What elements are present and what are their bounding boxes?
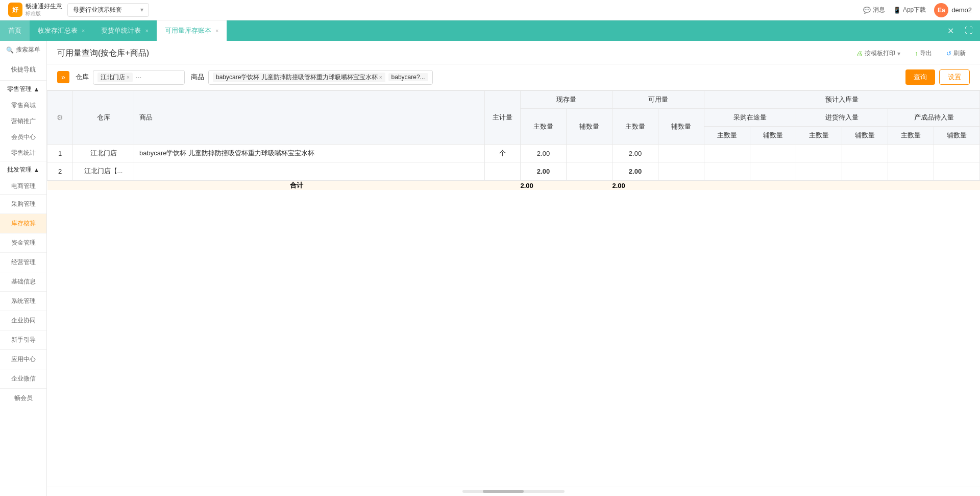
row2-product [134,162,485,181]
th-purchase-main: 主数量 [704,127,750,145]
logo-area: 好 畅捷通好生意 标准版 [8,3,62,17]
th-purchase-on-way: 采购在途量 [704,109,796,127]
warehouse-filter[interactable]: 江北门店 × ··· [93,70,185,85]
page-header: 可用量查询(按仓库+商品) 🖨 按模板打印 ▾ ↑ 导出 ↺ 刷新 [47,41,980,64]
sidebar-item-newbie[interactable]: 新手引导 [0,330,46,350]
sidebar-search[interactable]: 🔍 搜索菜单 [0,41,46,59]
th-forecast-group: 预计入库量 [704,91,980,109]
sidebar-item-marketing[interactable]: 营销推广 [0,113,46,129]
sidebar-section-retail-title[interactable]: 零售管理 ▲ [0,81,46,98]
message-label: 消息 [873,6,885,14]
row1-warehouse: 江北门店 [73,145,134,162]
tab-orders[interactable]: 要货单统计表 × [93,20,156,41]
sidebar-item-basic[interactable]: 基础信息 [0,272,46,292]
sidebar-item-appstore[interactable]: 应用中心 [0,350,46,369]
warehouse-filter-dots: ··· [136,73,142,81]
sidebar-item-operations[interactable]: 经营管理 [0,253,46,272]
row2-incoming-aux [842,162,888,181]
row1-index: 1 [47,145,73,162]
th-incoming-aux: 辅数量 [842,127,888,145]
product-tag-2: babycare?... [388,73,428,81]
row2-purchase-aux [750,162,796,181]
gear-button[interactable]: ⚙ [57,113,63,122]
th-avail-aux: 辅数量 [658,109,704,145]
sidebar-item-stock[interactable]: 库存核算 [0,214,46,233]
summary-avail-main: 2.00 [612,180,658,190]
retail-label: 零售管理 [7,85,32,93]
app-download-btn[interactable]: 📱 App下载 [893,6,926,14]
top-bar-right: 💬 消息 📱 App下载 Ea demo2 [863,3,972,17]
product-tag-1-close[interactable]: × [379,75,382,80]
row2-avail-aux [658,162,704,181]
tenant-selector[interactable]: 母婴行业演示账套 ▾ [67,3,149,17]
sidebar-item-member-center[interactable]: 会员中心 [0,129,46,145]
export-btn[interactable]: ↑ 导出 [911,47,936,60]
scrollbar-thumb[interactable] [483,490,524,493]
filter-bar: » 仓库 江北门店 × ··· 商品 babycare学饮杯 儿童防摔防撞吸管杯… [47,64,980,90]
header-actions: 🖨 按模板打印 ▾ ↑ 导出 ↺ 刷新 [852,47,970,60]
tab-home[interactable]: 首页 [0,20,30,41]
sidebar-item-system[interactable]: 系统管理 [0,292,46,311]
tab-inventory[interactable]: 可用量库存账本 × [157,20,227,41]
filter-expand-btn[interactable]: » [57,71,69,83]
sidebar-item-member[interactable]: 畅会员 [0,389,46,408]
product-filter[interactable]: babycare学饮杯 儿童防摔防撞吸管杯重力球吸嘴杯宝宝水杯 × babyca… [208,70,433,85]
sidebar-section-wholesale-title[interactable]: 批发管理 ▲ [0,161,46,178]
message-btn[interactable]: 💬 消息 [863,6,885,14]
table-row: 2 江北门店【... 2.00 2.00 [47,162,980,181]
logo-text-block: 畅捷通好生意 标准版 [26,3,62,17]
sidebar-item-retail-stats[interactable]: 零售统计 [0,145,46,161]
row2-stock-aux [567,162,612,181]
refresh-btn[interactable]: ↺ 刷新 [942,47,970,60]
scrollbar-track[interactable] [462,490,565,493]
row2-finished-aux [934,162,980,181]
sidebar-item-wechat[interactable]: 企业微信 [0,369,46,389]
summary-stock-aux [567,180,612,190]
sidebar-item-ecommerce[interactable]: 电商管理 [0,178,46,194]
sidebar-item-enterprise[interactable]: 企业协同 [0,311,46,330]
user-area[interactable]: Ea demo2 [934,3,972,17]
top-bar: 好 畅捷通好生意 标准版 母婴行业演示账套 ▾ 💬 消息 📱 App下载 Ea … [0,0,980,20]
th-avail-main: 主数量 [612,109,658,145]
summary-f-aux [934,180,980,190]
settings-btn[interactable]: 设置 [939,69,970,85]
sidebar: 🔍 搜索菜单 快捷导航 零售管理 ▲ 零售商城 营销推广 会员中心 零售统计 批… [0,41,47,496]
sidebar-section-retail: 零售管理 ▲ 零售商城 营销推广 会员中心 零售统计 [0,81,46,161]
maximize-btn[interactable]: ⛶ [962,23,976,38]
row1-avail-main: 2.00 [612,145,658,162]
sidebar-section-wholesale: 批发管理 ▲ 电商管理 [0,161,46,195]
warehouse-tag-close[interactable]: × [127,75,130,80]
refresh-icon: ↺ [946,50,951,57]
sidebar-item-retail-mall[interactable]: 零售商城 [0,98,46,113]
query-btn[interactable]: 查询 [905,69,935,85]
tenant-dropdown-icon: ▾ [140,6,143,13]
product-tag-1-label: babycare学饮杯 儿童防摔防撞吸管杯重力球吸嘴杯宝宝水杯 [216,73,378,82]
row1-unit: 个 [485,145,521,162]
row2-incoming-main [796,162,842,181]
logo-sub: 标准版 [26,10,62,17]
tab-receipts[interactable]: 收发存汇总表 × [30,20,93,41]
product-tag-1: babycare学饮杯 儿童防摔防撞吸管杯重力球吸嘴杯宝宝水杯 × [213,73,385,82]
table-wrapper: ⚙ 仓库 商品 主计量 现存量 可用量 预计入库量 主数量 辅数量 主数量 辅数… [47,90,980,486]
summary-p-aux [750,180,796,190]
sidebar-item-quick-nav[interactable]: 快捷导航 [0,61,46,78]
app-download-icon: 📱 [893,7,901,14]
sidebar-item-finance[interactable]: 资金管理 [0,233,46,253]
summary-p-main [704,180,750,190]
th-incoming-pending: 进货待入量 [796,109,888,127]
refresh-label: 刷新 [953,49,966,58]
tab-receipts-close[interactable]: × [82,28,85,34]
tab-orders-close[interactable]: × [145,28,148,34]
username: demo2 [951,6,972,14]
th-stock-aux: 辅数量 [567,109,612,145]
close-tab-btn[interactable]: ✕ [943,23,958,38]
print-btn[interactable]: 🖨 按模板打印 ▾ [852,47,904,60]
row1-stock-aux [567,145,612,162]
summary-f-main [888,180,934,190]
row1-avail-aux [658,145,704,162]
tab-inventory-close[interactable]: × [215,28,218,34]
sidebar-item-purchase[interactable]: 采购管理 [0,195,46,214]
row1-purchase-aux [750,145,796,162]
export-label: 导出 [920,49,932,58]
th-avail-group: 可用量 [612,91,704,109]
